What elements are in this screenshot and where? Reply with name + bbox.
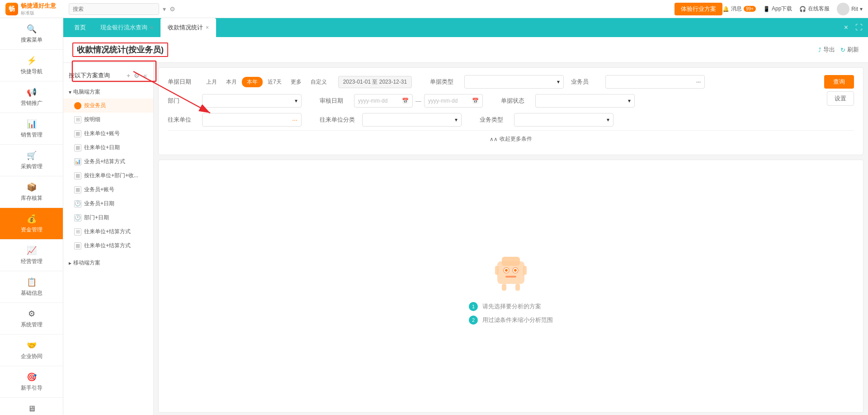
scheme-item-icon-ca: ▦ [74, 130, 81, 137]
scheme-add-icon[interactable]: + [126, 71, 131, 80]
sidebar-item-inventory[interactable]: 📦 库存核算 [0, 176, 63, 208]
query-button[interactable]: 查询 [824, 75, 854, 89]
search-menu-icon: 🔍 [26, 24, 37, 34]
headset-icon: 🎧 [799, 6, 806, 12]
date-tab-custom[interactable]: 自定义 [307, 76, 331, 88]
date-tab-last7[interactable]: 近7天 [264, 76, 286, 88]
sidebar-label-corp: 企业协同 [21, 353, 42, 360]
setting-button[interactable]: 设置 [827, 91, 854, 106]
tab-close-all-icon[interactable]: × [842, 22, 850, 33]
refresh-button[interactable]: ↻ 刷新 [840, 46, 859, 54]
top-bar: 畅 畅捷通好生意 标准版 ▾ ⚙ 体验行业方案 🔔 消息 99+ 📱 App下载… [0, 0, 868, 18]
top-search-input[interactable] [69, 3, 159, 15]
scheme-item-cs1[interactable]: ⊞ 往来单位+结算方式 [63, 225, 153, 239]
scheme-item-icon-cs1: ⊞ [74, 228, 81, 236]
scheme-item-by-salesman[interactable]: 按业务员 [63, 99, 153, 113]
business-type-select[interactable]: ▾ [514, 113, 613, 127]
review-date-to[interactable]: yyyy-mm-dd 📅 [424, 94, 483, 108]
export-button[interactable]: ⤴ 导出 [818, 46, 835, 54]
review-date-from[interactable]: yyyy-mm-dd 📅 [354, 94, 413, 108]
counterpart-more-icon[interactable]: ··· [292, 116, 297, 123]
content-area: 首页 现金银行流水查询 × 收款情况统计 × × ⛶ 收款情况统计(按业务员) [63, 18, 868, 415]
doc-type-select[interactable]: ▾ [464, 75, 564, 89]
sidebar-item-finance[interactable]: 💰 资金管理 [0, 208, 63, 240]
tab-bar-right-actions: × ⛶ [842, 22, 864, 33]
trial-button[interactable]: 体验行业方案 [675, 3, 722, 15]
scheme-item-counterpart-dept[interactable]: ▦ 按往来单位+部门+收... [63, 169, 153, 183]
scheme-item-icon-cdp: ▦ [74, 172, 81, 179]
sidebar-item-guide[interactable]: 🎯 新手引导 [0, 366, 63, 398]
user-dropdown-icon: ▾ [860, 6, 863, 12]
scheme-item-dept-date[interactable]: 🕐 部门+日期 [63, 211, 153, 225]
dept-dropdown-icon: ▾ [295, 98, 297, 104]
scheme-item-salesman-account[interactable]: ▦ 业务员+账号 [63, 183, 153, 197]
sidebar: 🔍 搜索菜单 ⚡ 快捷导航 📢 营销推广 📊 销售管理 🛒 采购管理 📦 库存核… [0, 18, 63, 415]
counterpart-select[interactable]: ··· [202, 113, 302, 127]
bell-icon: 🔔 [722, 6, 729, 12]
doc-status-select[interactable]: ▾ [535, 94, 635, 108]
step-1-text: 请先选择要分析的方案 [482, 302, 541, 311]
tab-home-label: 首页 [74, 24, 86, 32]
scheme-item-label-cdp: 按往来单位+部门+收... [84, 172, 138, 179]
notification-item[interactable]: 🔔 消息 99+ [722, 5, 756, 13]
logo-area: 畅 畅捷通好生意 标准版 [5, 2, 69, 16]
user-item[interactable]: Rit ▾ [837, 3, 863, 15]
date-tabs: 上月 本月 本年 近7天 更多 自定义 [202, 76, 331, 88]
scheme-item-counterpart-date[interactable]: ▦ 往来单位+日期 [63, 141, 153, 155]
scheme-desktop-title[interactable]: ▾ 电脑端方案 [63, 85, 153, 99]
page-header-actions: ⤴ 导出 ↻ 刷新 [818, 46, 859, 54]
svg-point-5 [514, 269, 517, 272]
tab-bank-close[interactable]: × [150, 24, 153, 31]
sidebar-item-quick-nav[interactable]: ⚡ 快捷导航 [0, 50, 63, 81]
download-icon: 📱 [763, 6, 770, 12]
sidebar-item-search[interactable]: 🔍 搜索菜单 [0, 18, 63, 50]
scheme-item-by-detail[interactable]: ⊞ 按明细 [63, 113, 153, 127]
tab-home[interactable]: 首页 [67, 18, 93, 37]
settings-gear-icon[interactable]: ⚙ [170, 5, 175, 13]
scheme-item-icon-salesman [74, 102, 81, 109]
scheme-item-label-dd: 部门+日期 [84, 214, 109, 222]
tab-maximize-icon[interactable]: ⛶ [854, 22, 864, 33]
scheme-item-label-cd: 往来单位+日期 [84, 144, 120, 151]
doc-status-label: 单据状态 [501, 97, 528, 105]
sidebar-item-smart-hw[interactable]: 🖥 智能硬件 [0, 398, 63, 415]
search-dropdown-icon[interactable]: ▾ [163, 5, 166, 13]
tab-collection-close[interactable]: × [206, 24, 209, 31]
sidebar-item-purchase[interactable]: 🛒 采购管理 [0, 145, 63, 176]
sidebar-label-marketing: 营销推广 [21, 99, 42, 107]
dept-select[interactable]: ▾ [202, 94, 302, 108]
sidebar-item-marketing[interactable]: 📢 营销推广 [0, 81, 63, 113]
date-tab-more[interactable]: 更多 [287, 76, 306, 88]
scheme-item-salesman-settlement[interactable]: 📊 业务员+结算方式 [63, 155, 153, 169]
date-tab-prev-month[interactable]: 上月 [202, 76, 221, 88]
scheme-item-counterpart-account[interactable]: ▦ 往来单位+账号 [63, 127, 153, 141]
date-tab-this-month[interactable]: 本月 [222, 76, 241, 88]
step-2-text: 用过滤条件来缩小分析范围 [482, 316, 553, 324]
salesman-select[interactable]: ··· [605, 75, 705, 89]
scheme-item-cs2[interactable]: ▦ 往来单位+结算方式 [63, 239, 153, 253]
scheme-settings-icon[interactable]: ⚙ [133, 71, 141, 80]
scheme-mobile-title[interactable]: ▸ 移动端方案 [63, 256, 153, 269]
tab-bank[interactable]: 现金银行流水查询 × [93, 18, 160, 37]
scheme-item-salesman-date[interactable]: 🕐 业务员+日期 [63, 197, 153, 211]
app-download-item[interactable]: 📱 App下载 [763, 5, 792, 13]
business-type-dropdown-icon: ▾ [607, 117, 609, 123]
sidebar-label-operation: 经营管理 [21, 258, 42, 265]
svg-rect-6 [505, 276, 516, 278]
scheme-collapse-icon[interactable]: « [142, 71, 148, 80]
purchase-icon: 🛒 [26, 150, 37, 161]
collapse-more-row[interactable]: ∧∧ 收起更多条件 [168, 130, 854, 147]
sidebar-item-system[interactable]: ⚙ 系统管理 [0, 303, 63, 335]
sidebar-item-operation[interactable]: 📈 经营管理 [0, 240, 63, 271]
svg-rect-8 [523, 266, 527, 275]
counterpart-category-select[interactable]: ▾ [362, 113, 462, 127]
sidebar-item-corp[interactable]: 🤝 企业协同 [0, 335, 63, 366]
scheme-item-label-cs1: 往来单位+结算方式 [84, 228, 131, 236]
date-tab-this-year[interactable]: 本年 [242, 77, 263, 87]
online-service-item[interactable]: 🎧 在线客服 [799, 5, 830, 13]
sidebar-item-sales[interactable]: 📊 销售管理 [0, 113, 63, 145]
empty-steps: 1 请先选择要分析的方案 2 用过滤条件来缩小分析范围 [469, 302, 553, 325]
sidebar-item-basic-info[interactable]: 📋 基础信息 [0, 271, 63, 303]
marketing-icon: 📢 [26, 87, 37, 98]
tab-collection[interactable]: 收款情况统计 × [160, 18, 216, 37]
